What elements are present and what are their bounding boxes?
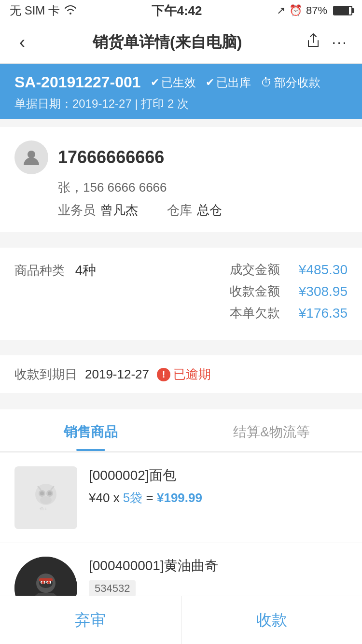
share-button[interactable]: [305, 32, 322, 53]
product-placeholder-1: 鱼+: [14, 466, 77, 529]
customer-id: 17666666666: [58, 147, 164, 168]
nav-bar: ‹ 销货单详情(来自电脑) ···: [0, 21, 362, 64]
warehouse-label: 仓库: [167, 202, 192, 219]
customer-contact: 张，156 6666 6666: [58, 179, 348, 196]
bottom-bar: 弃审 收款: [0, 596, 362, 644]
customer-section: 17666666666 张，156 6666 6666 业务员 曾凡杰 仓库 总…: [0, 127, 362, 232]
overdue-icon: !: [157, 368, 170, 381]
overdue-badge: ! 已逾期: [157, 366, 211, 383]
status-bar: 无 SIM 卡 下午4:42 ↗ ⏰ 87%: [0, 0, 362, 21]
summary-left: 商品种类 4种: [14, 261, 96, 283]
status-right: ↗ ⏰ 87%: [277, 4, 352, 17]
clock-icon: ⏱: [261, 76, 272, 89]
transaction-label: 成交金额: [230, 261, 280, 278]
tab-settlement-label: 结算&物流等: [233, 424, 310, 439]
tab-settlement[interactable]: 结算&物流等: [181, 409, 362, 451]
divider-1: [0, 232, 362, 240]
divider-3: [0, 394, 362, 402]
summary-section: 商品种类 4种 成交金额 ¥485.30 收款金额 ¥308.95 本单欠款 ¥…: [0, 248, 362, 340]
due-date-value: 2019-12-27: [85, 367, 149, 382]
location-icon: ↗: [277, 4, 285, 17]
battery-icon: [333, 6, 352, 15]
status-shipped: ✔ 已出库: [206, 75, 251, 90]
due-section: 收款到期日 2019-12-27 ! 已逾期: [0, 355, 362, 394]
status-left: 无 SIM 卡: [10, 3, 77, 18]
overdue-text: 已逾期: [173, 366, 211, 383]
product-qty-1: 5袋: [123, 490, 142, 505]
svg-point-14: [47, 581, 50, 584]
product-type-label: 商品种类: [14, 263, 65, 278]
product-unit-price-1: ¥40: [89, 490, 110, 505]
warehouse-item: 仓库 总仓: [167, 202, 222, 219]
page-title: 销货单详情(来自电脑): [93, 32, 242, 53]
svg-point-0: [28, 151, 35, 158]
received-amount: ¥308.95: [290, 284, 348, 299]
product-item-1: 鱼+ [0000002]面包 ¥40 x 5袋 = ¥199.99: [0, 453, 362, 543]
owed-amount: ¥176.35: [290, 306, 348, 321]
back-button[interactable]: ‹: [14, 28, 30, 57]
product-count: 4种: [75, 263, 97, 278]
svg-point-6: [40, 496, 52, 504]
transaction-amount: ¥485.30: [290, 262, 348, 278]
tab-sales-label: 销售商品: [64, 424, 118, 439]
payment-button[interactable]: 收款: [181, 596, 362, 644]
order-number: SA-20191227-001: [14, 73, 141, 91]
status-partial-label: 部分收款: [274, 75, 320, 90]
tab-sales-products[interactable]: 销售商品: [0, 409, 181, 451]
summary-right: 成交金额 ¥485.30 收款金额 ¥308.95 本单欠款 ¥176.35: [230, 261, 348, 326]
status-partial-payment: ⏱ 部分收款: [261, 75, 320, 90]
divider-2: [0, 340, 362, 348]
customer-avatar: [14, 140, 48, 174]
check-icon-1: ✔: [151, 76, 159, 89]
customer-meta: 业务员 曾凡杰 仓库 总仓: [58, 202, 348, 219]
salesman-label: 业务员: [58, 202, 96, 219]
svg-point-5: [48, 491, 52, 495]
owed-label: 本单欠款: [230, 305, 280, 322]
status-effective: ✔ 已生效: [151, 75, 196, 90]
transaction-row: 成交金额 ¥485.30: [230, 261, 348, 278]
product-price-1: ¥40 x 5袋 = ¥199.99: [89, 490, 348, 506]
product-sku-2: 534532: [89, 580, 136, 597]
battery-percent: 87%: [306, 4, 327, 17]
product-thumb-1: 鱼+: [14, 466, 77, 529]
check-icon-2: ✔: [206, 76, 214, 89]
confirm-label: 收款: [256, 610, 287, 631]
status-time: 下午4:42: [152, 2, 202, 19]
owed-row: 本单欠款 ¥176.35: [230, 305, 348, 322]
product-name-1: [0000002]面包: [89, 466, 348, 485]
customer-row: 17666666666: [14, 140, 348, 174]
carrier-label: 无 SIM 卡: [10, 3, 60, 18]
equals-icon-1: =: [146, 490, 157, 505]
cancel-review-button[interactable]: 弃审: [0, 596, 181, 644]
tabs-section: 销售商品 结算&物流等: [0, 409, 362, 452]
status-effective-label: 已生效: [161, 75, 196, 90]
nav-actions: ···: [305, 32, 348, 53]
cancel-label: 弃审: [75, 610, 106, 631]
svg-point-4: [40, 491, 44, 495]
order-header-banner: SA-20191227-001 ✔ 已生效 ✔ 已出库 ⏱ 部分收款 单据日期：…: [0, 64, 362, 119]
status-shipped-label: 已出库: [216, 75, 251, 90]
product-total-1: ¥199.99: [157, 490, 202, 505]
received-row: 收款金额 ¥308.95: [230, 283, 348, 300]
warehouse-value: 总仓: [197, 202, 222, 219]
more-button[interactable]: ···: [332, 33, 348, 51]
product-type-row: 商品种类 4种: [14, 261, 96, 280]
product-name-2: [000400001]黄油曲奇: [89, 557, 348, 575]
svg-point-13: [42, 581, 44, 584]
banner-row1: SA-20191227-001 ✔ 已生效 ✔ 已出库 ⏱ 部分收款: [14, 73, 348, 91]
due-label: 收款到期日: [14, 366, 77, 383]
product-info-1: [0000002]面包 ¥40 x 5袋 = ¥199.99: [89, 466, 348, 506]
svg-rect-18: [39, 578, 53, 581]
doc-date: 单据日期：2019-12-27 | 打印 2 次: [14, 96, 348, 112]
salesman-item: 业务员 曾凡杰: [58, 202, 138, 219]
svg-text:鱼+: 鱼+: [40, 506, 47, 512]
received-label: 收款金额: [230, 283, 280, 300]
salesman-value: 曾凡杰: [100, 202, 138, 219]
alarm-icon: ⏰: [289, 4, 302, 17]
wifi-icon: [64, 4, 77, 17]
multiply-icon-1: x: [113, 490, 123, 505]
